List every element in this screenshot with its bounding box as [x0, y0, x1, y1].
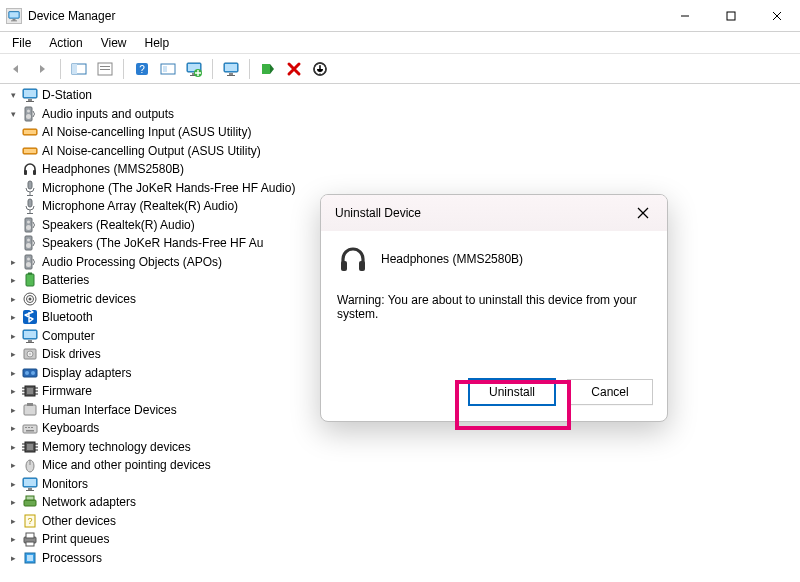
- device-headphones[interactable]: Headphones (MMS2580B): [42, 162, 184, 176]
- svg-rect-59: [100, 66, 110, 67]
- expand-toggle[interactable]: ▸: [6, 514, 20, 528]
- maximize-button[interactable]: [708, 0, 754, 31]
- help-toolbar-button[interactable]: ?: [130, 57, 154, 81]
- enable-device-button[interactable]: [256, 57, 280, 81]
- dialog-close-button[interactable]: [629, 199, 657, 227]
- menu-action[interactable]: Action: [41, 34, 90, 52]
- speaker-icon: [22, 106, 38, 122]
- close-button[interactable]: [754, 0, 800, 31]
- svg-text:?: ?: [139, 64, 145, 75]
- expand-toggle[interactable]: ▸: [6, 255, 20, 269]
- expand-toggle[interactable]: ▸: [6, 292, 20, 306]
- battery-icon: [22, 272, 38, 288]
- disk-icon: [22, 346, 38, 362]
- category-audio-io[interactable]: Audio inputs and outputs: [42, 107, 174, 121]
- computer-icon: [22, 87, 38, 103]
- dialog-device-name: Headphones (MMS2580B): [381, 252, 523, 266]
- uninstall-device-toolbar-button[interactable]: [282, 57, 306, 81]
- category-processors[interactable]: Processors: [42, 551, 102, 565]
- expand-toggle[interactable]: ▸: [6, 458, 20, 472]
- expand-toggle[interactable]: ▸: [6, 329, 20, 343]
- expand-toggle[interactable]: ▸: [6, 532, 20, 546]
- category-hid[interactable]: Human Interface Devices: [42, 403, 177, 417]
- monitor-icon: [22, 476, 38, 492]
- microphone-icon: [22, 180, 38, 196]
- disable-device-button[interactable]: [308, 57, 332, 81]
- category-disk[interactable]: Disk drives: [42, 347, 101, 361]
- category-mice[interactable]: Mice and other pointing devices: [42, 458, 211, 472]
- expand-toggle[interactable]: ▸: [6, 551, 20, 565]
- category-print[interactable]: Print queues: [42, 532, 109, 546]
- category-display[interactable]: Display adapters: [42, 366, 131, 380]
- expand-toggle[interactable]: ▸: [6, 421, 20, 435]
- uninstall-button[interactable]: Uninstall: [469, 379, 555, 405]
- display-adapter-icon: [22, 365, 38, 381]
- toolbar-separator: [123, 59, 124, 79]
- menu-help[interactable]: Help: [137, 34, 178, 52]
- microphone-icon: [22, 198, 38, 214]
- expand-toggle[interactable]: ▾: [6, 88, 20, 102]
- svg-rect-66: [262, 64, 270, 74]
- asus-icon: [22, 124, 38, 140]
- asus-icon: [22, 143, 38, 159]
- device-speakers-realtek[interactable]: Speakers (Realtek(R) Audio): [42, 218, 195, 232]
- category-keyboards[interactable]: Keyboards: [42, 421, 99, 435]
- svg-rect-57: [72, 64, 77, 74]
- device-mic-joker[interactable]: Microphone (The JoKeR Hands-Free HF Audi…: [42, 181, 295, 195]
- show-hide-tree-button[interactable]: [67, 57, 91, 81]
- expand-toggle[interactable]: ▸: [6, 495, 20, 509]
- menu-view[interactable]: View: [93, 34, 135, 52]
- expand-toggle[interactable]: ▸: [6, 310, 20, 324]
- speaker-icon: [22, 254, 38, 270]
- category-network[interactable]: Network adapters: [42, 495, 136, 509]
- category-bluetooth[interactable]: Bluetooth: [42, 310, 93, 324]
- svg-rect-60: [100, 69, 110, 70]
- menubar: File Action View Help: [0, 32, 800, 54]
- category-computer[interactable]: Computer: [42, 329, 95, 343]
- cancel-button[interactable]: Cancel: [567, 379, 653, 405]
- svg-rect-53: [727, 12, 735, 20]
- update-driver-button[interactable]: [182, 57, 206, 81]
- category-batteries[interactable]: Batteries: [42, 273, 89, 287]
- action-toolbar-button[interactable]: [156, 57, 180, 81]
- keyboard-icon: [22, 420, 38, 436]
- expand-toggle[interactable]: ▸: [6, 403, 20, 417]
- menu-file[interactable]: File: [4, 34, 39, 52]
- cpu-icon: [22, 550, 38, 566]
- speaker-icon: [22, 235, 38, 251]
- dialog-warning-text: Warning: You are about to uninstall this…: [337, 293, 651, 321]
- category-monitors[interactable]: Monitors: [42, 477, 88, 491]
- hid-icon: [22, 402, 38, 418]
- bluetooth-icon: [22, 309, 38, 325]
- scan-hardware-button[interactable]: [219, 57, 243, 81]
- expand-toggle[interactable]: ▾: [6, 107, 20, 121]
- expand-toggle[interactable]: ▸: [6, 273, 20, 287]
- expand-toggle[interactable]: ▸: [6, 347, 20, 361]
- forward-button[interactable]: [30, 57, 54, 81]
- toolbar-separator: [212, 59, 213, 79]
- category-other[interactable]: Other devices: [42, 514, 116, 528]
- dialog-titlebar: Uninstall Device: [321, 195, 667, 231]
- expand-toggle[interactable]: ▸: [6, 440, 20, 454]
- network-icon: [22, 494, 38, 510]
- category-firmware[interactable]: Firmware: [42, 384, 92, 398]
- app-icon: [6, 8, 22, 24]
- chip-icon: [22, 383, 38, 399]
- tree-root-label[interactable]: D-Station: [42, 88, 92, 102]
- category-biometric[interactable]: Biometric devices: [42, 292, 136, 306]
- expand-toggle[interactable]: ▸: [6, 366, 20, 380]
- expand-toggle[interactable]: ▸: [6, 477, 20, 491]
- properties-toolbar-button[interactable]: [93, 57, 117, 81]
- device-ai-noise-output[interactable]: AI Noise-cancelling Output (ASUS Utility…: [42, 144, 261, 158]
- expand-toggle[interactable]: ▸: [6, 384, 20, 398]
- category-memtech[interactable]: Memory technology devices: [42, 440, 191, 454]
- device-speakers-joker[interactable]: Speakers (The JoKeR Hands-Free HF Au: [42, 236, 263, 250]
- device-ai-noise-input[interactable]: AI Noise-cancelling Input (ASUS Utility): [42, 125, 251, 139]
- device-mic-array[interactable]: Microphone Array (Realtek(R) Audio): [42, 199, 238, 213]
- category-apos[interactable]: Audio Processing Objects (APOs): [42, 255, 222, 269]
- back-button[interactable]: [4, 57, 28, 81]
- minimize-button[interactable]: [662, 0, 708, 31]
- window-controls: [662, 0, 800, 31]
- uninstall-dialog: Uninstall Device Headphones (MMS2580B) W…: [320, 194, 668, 422]
- speaker-icon: [22, 217, 38, 233]
